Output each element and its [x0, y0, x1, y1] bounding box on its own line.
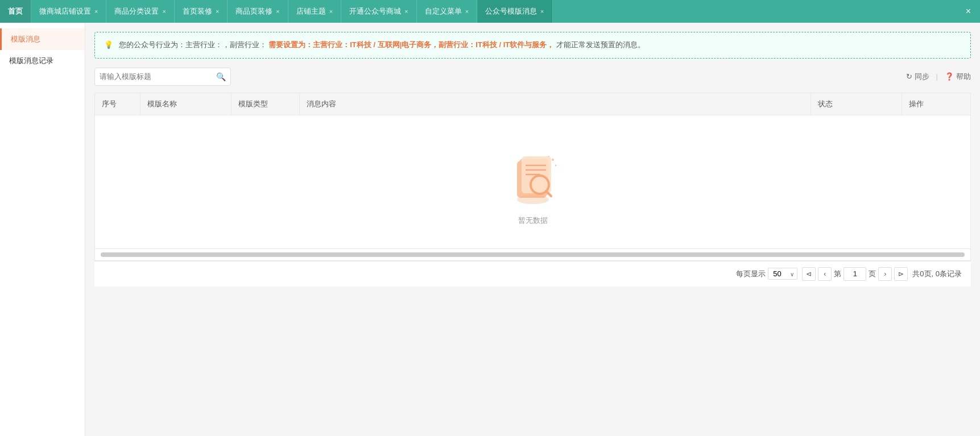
sidebar: 模版消息 模版消息记录	[0, 23, 85, 436]
page-prev-button[interactable]: ‹	[818, 267, 832, 281]
sidebar-item-template-msg-record[interactable]: 模版消息记录	[0, 50, 85, 72]
th-actions: 操作	[902, 93, 970, 115]
page-next-button[interactable]: ›	[878, 267, 892, 281]
notice-prefix: 您的公众号行业为：主营行业：，副营行业：	[119, 40, 267, 49]
nav-tab-product-deco-close[interactable]: ×	[276, 8, 279, 15]
nav-tab-home[interactable]: 首页	[0, 0, 31, 23]
nav-tab-home-deco[interactable]: 首页装修 ×	[175, 0, 228, 23]
sidebar-item-template-msg-record-label: 模版消息记录	[9, 56, 53, 65]
th-status: 状态	[811, 93, 902, 115]
notice-suffix: 才能正常发送预置的消息。	[556, 40, 645, 49]
nav-tab-open-mall[interactable]: 开通公众号商城 ×	[341, 0, 416, 23]
page-total: 共0页, 0条记录	[912, 269, 962, 279]
th-index: 序号	[95, 93, 140, 115]
empty-text: 暂无数据	[518, 215, 548, 226]
sidebar-item-template-msg-label: 模版消息	[11, 35, 40, 43]
th-type: 模版类型	[231, 93, 300, 115]
page-size-section: 每页显示 10 20 50 100	[736, 268, 797, 280]
sync-label: 同步	[915, 72, 929, 82]
table-header: 序号 模版名称 模版类型 消息内容 状态 操作	[95, 93, 970, 115]
search-input[interactable]	[100, 72, 216, 81]
nav-tab-home-deco-close[interactable]: ×	[216, 8, 219, 15]
page-label: 第	[834, 269, 841, 279]
help-label: 帮助	[956, 72, 971, 82]
svg-point-8	[534, 179, 545, 190]
close-all-button[interactable]: ×	[957, 0, 980, 23]
nav-tab-template-msg-close[interactable]: ×	[540, 8, 544, 15]
top-nav: 首页 微商城店铺设置 × 商品分类设置 × 首页装修 × 商品页装修 × 店铺主…	[0, 0, 980, 23]
notice-highlight: 需要设置为：主营行业：IT科技 / 互联网|电子商务，副营行业：IT科技 / I…	[268, 40, 554, 49]
svg-point-10	[552, 159, 554, 161]
nav-tab-custom-menu-label: 自定义菜单	[425, 6, 462, 16]
sidebar-item-template-msg[interactable]: 模版消息	[0, 28, 85, 50]
search-bar: 🔍 ↻ 同步 | ❓ 帮助	[94, 68, 971, 86]
horizontal-scrollbar[interactable]	[101, 252, 965, 257]
nav-tab-template-msg[interactable]: 公众号模版消息 ×	[477, 0, 552, 23]
empty-icon	[505, 150, 561, 206]
empty-state: 暂无数据	[95, 115, 970, 248]
nav-tab-shop-theme[interactable]: 店铺主题 ×	[288, 0, 341, 23]
nav-tab-template-msg-label: 公众号模版消息	[485, 6, 537, 16]
th-content: 消息内容	[300, 93, 811, 115]
nav-tab-category[interactable]: 商品分类设置 ×	[106, 0, 174, 23]
page-input[interactable]	[843, 267, 866, 281]
notice-box: 💡 您的公众号行业为：主营行业：，副营行业： 需要设置为：主营行业：IT科技 /…	[94, 32, 971, 59]
layout: 模版消息 模版消息记录 💡 您的公众号行业为：主营行业：，副营行业： 需要设置为…	[0, 23, 980, 436]
nav-tab-product-deco[interactable]: 商品页装修 ×	[228, 0, 288, 23]
search-actions: ↻ 同步 | ❓ 帮助	[906, 72, 971, 82]
notice-icon: 💡	[104, 40, 113, 49]
page-nav: ⊲ ‹ 第 页 › ⊳	[802, 267, 908, 281]
nav-tab-open-mall-close[interactable]: ×	[404, 8, 408, 15]
nav-tab-open-mall-label: 开通公众号商城	[349, 6, 401, 16]
nav-tab-home-label: 首页	[8, 6, 23, 16]
main-content: 💡 您的公众号行业为：主营行业：，副营行业： 需要设置为：主营行业：IT科技 /…	[85, 23, 980, 436]
page-first-button[interactable]: ⊲	[802, 267, 816, 281]
nav-tab-product-deco-label: 商品页装修	[235, 6, 272, 16]
nav-tab-custom-menu[interactable]: 自定义菜单 ×	[417, 0, 477, 23]
search-input-wrap[interactable]: 🔍	[94, 68, 231, 86]
nav-tab-shop-settings[interactable]: 微商城店铺设置 ×	[31, 0, 106, 23]
page-size-select[interactable]: 10 20 50 100	[768, 268, 797, 280]
help-icon: ❓	[945, 72, 954, 81]
sync-icon: ↻	[906, 72, 912, 81]
data-table: 序号 模版名称 模版类型 消息内容 状态 操作	[94, 93, 971, 261]
nav-tab-shop-theme-close[interactable]: ×	[329, 8, 333, 15]
nav-tab-home-deco-label: 首页装修	[183, 6, 212, 16]
nav-tab-shop-settings-close[interactable]: ×	[94, 8, 98, 15]
nav-tab-custom-menu-close[interactable]: ×	[465, 8, 469, 15]
pagination: 每页显示 10 20 50 100 ⊲ ‹ 第 页 › ⊳	[94, 261, 971, 286]
page-size-label: 每页显示	[736, 269, 766, 279]
page-last-button[interactable]: ⊳	[894, 267, 908, 281]
nav-tab-category-label: 商品分类设置	[114, 6, 159, 16]
scrollbar-area[interactable]	[95, 248, 970, 260]
svg-point-11	[555, 164, 556, 166]
close-all-icon: ×	[966, 6, 971, 16]
page-size-select-wrap[interactable]: 10 20 50 100	[768, 268, 797, 280]
th-name: 模版名称	[140, 93, 231, 115]
nav-tab-shop-settings-label: 微商城店铺设置	[39, 6, 91, 16]
svg-point-12	[548, 156, 549, 157]
sync-button[interactable]: ↻ 同步	[906, 72, 929, 82]
nav-tab-category-close[interactable]: ×	[162, 8, 166, 15]
search-icon[interactable]: 🔍	[216, 72, 226, 81]
divider: |	[936, 72, 938, 81]
page-unit: 页	[869, 269, 876, 279]
help-button[interactable]: ❓ 帮助	[945, 72, 971, 82]
nav-tab-shop-theme-label: 店铺主题	[296, 6, 326, 16]
